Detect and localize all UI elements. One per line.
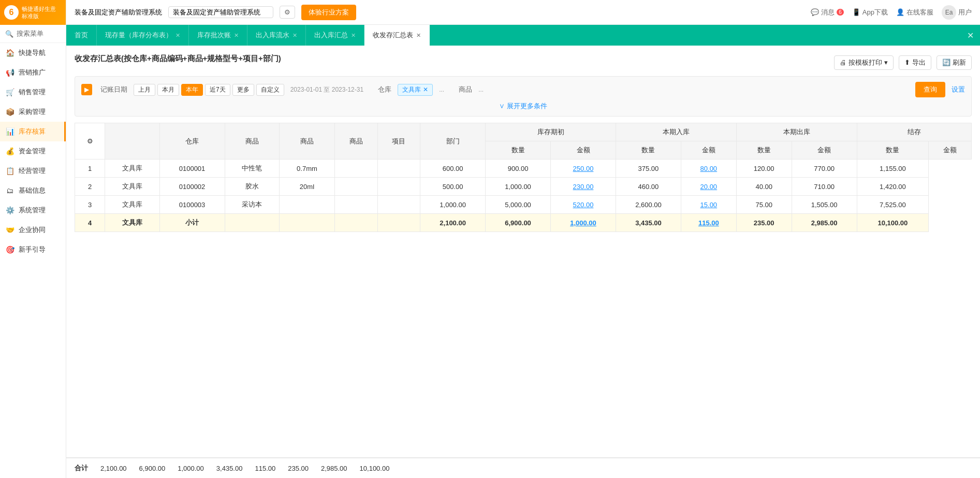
tab-home[interactable]: 首页: [66, 25, 97, 46]
date-filter-label: 记账日期: [100, 85, 127, 94]
sidebar-item-guide[interactable]: 🎯 新手引导: [0, 240, 66, 259]
notification-item[interactable]: 💬 消息 6: [811, 8, 844, 17]
filter-bar: ▶ 记账日期 上月 本月 本年 近7天 更多 自定义 2023-01-01 至 …: [75, 76, 972, 117]
tab-close-inout-flow[interactable]: ✕: [292, 32, 297, 39]
row3-out-qty[interactable]: 15.00: [681, 196, 736, 214]
export-icon: ⬆: [904, 59, 910, 66]
sidebar-item-quick-nav[interactable]: 🏠 快捷导航: [0, 43, 66, 63]
sidebar-item-operation[interactable]: 📋 经营管理: [0, 161, 66, 181]
expand-more-button[interactable]: ∨ 展开更多条件: [499, 102, 547, 111]
th-group-out: 本期出库: [736, 123, 857, 141]
row1-in-amt: 375.00: [616, 160, 681, 178]
table-settings-icon[interactable]: ⚙: [75, 123, 105, 160]
row3-close-qty: 1,505.00: [792, 196, 857, 214]
sidebar-item-marketing[interactable]: 📢 营销推广: [0, 63, 66, 82]
subtotal-open-amt: 6,900.00: [486, 214, 551, 232]
tab-close-receive-send[interactable]: ✕: [416, 32, 421, 39]
date-btn-custom[interactable]: 自定义: [256, 84, 284, 96]
sidebar-item-inventory[interactable]: 📊 库存核算: [0, 122, 66, 141]
tab-close-inventory-dist[interactable]: ✕: [175, 32, 180, 39]
row2-spec: 20ml: [280, 178, 335, 196]
row3-warehouse: 文具库: [105, 196, 160, 214]
row3-in-amt: 2,600.00: [616, 196, 681, 214]
row1-in-qty[interactable]: 250.00: [551, 160, 616, 178]
warehouse-tag-close[interactable]: ✕: [423, 86, 428, 93]
row2-out-qty[interactable]: 20.00: [681, 178, 736, 196]
warehouse-tag[interactable]: 文具库 ✕: [398, 84, 433, 96]
filter-expand-button[interactable]: ▶: [81, 84, 92, 95]
row2-close-qty: 710.00: [792, 178, 857, 196]
subtotal-out-qty[interactable]: 115.00: [681, 214, 736, 232]
th-in-qty: 数量: [616, 141, 681, 160]
tab-receive-send[interactable]: 收发存汇总表 ✕: [364, 25, 430, 46]
row2-dept: [377, 178, 420, 196]
row2-warehouse: 文具库: [105, 178, 160, 196]
total-open-qty: 2,100.00: [100, 465, 127, 472]
refresh-button[interactable]: 🔄 刷新: [937, 55, 972, 70]
system-title: 装备及固定资产辅助管理系统: [75, 8, 162, 17]
tabbar: 首页 现存量（库存分布表） ✕ 库存批次账 ✕ 出入库流水 ✕ 出入库汇总 ✕ …: [66, 25, 980, 46]
sidebar-item-sales[interactable]: 🛒 销售管理: [0, 82, 66, 102]
goods-more[interactable]: ...: [478, 86, 484, 93]
row3-code: 0100003: [159, 196, 225, 214]
basic-icon: 🗂: [5, 186, 14, 195]
logo-icon: 6: [4, 5, 19, 20]
subtotal-row: 4 文具库 小计 2,100.00 6,900.00 1,000.00 3,43…: [75, 214, 972, 232]
goods-filter-label: 商品: [459, 85, 472, 94]
operation-icon: 📋: [5, 166, 14, 176]
date-range-display: 2023-01-01 至 2023-12-31: [290, 85, 363, 94]
row1-close-qty: 770.00: [792, 160, 857, 178]
row1-out-qty[interactable]: 80.00: [681, 160, 736, 178]
table-row: 2 文具库 0100002 胶水 20ml 500.00 1,000.00 23…: [75, 178, 972, 196]
app-download-item[interactable]: 📱 App下载: [852, 8, 888, 17]
topbar-settings-button[interactable]: ⚙: [280, 6, 295, 19]
tab-close-batch[interactable]: ✕: [234, 32, 239, 39]
tab-inout-summary[interactable]: 出入库汇总 ✕: [306, 25, 364, 46]
warehouse-more[interactable]: ...: [439, 86, 444, 93]
th-goods-spec: 商品: [334, 123, 377, 160]
th-department: 部门: [420, 123, 486, 160]
tab-inout-flow[interactable]: 出入库流水 ✕: [247, 25, 306, 46]
subtotal-in-qty[interactable]: 1,000.00: [551, 214, 616, 232]
user-item[interactable]: Ea 用户: [942, 5, 972, 20]
th-out-amt: 金额: [792, 141, 857, 160]
settings-link[interactable]: 设置: [952, 85, 965, 94]
topbar-left: 装备及固定资产辅助管理系统 装备及固定资产辅助管理系统 ⚙ 体验行业方案: [75, 5, 356, 20]
sidebar-item-finance[interactable]: 💰 资金管理: [0, 141, 66, 161]
date-btn-this-month[interactable]: 本月: [157, 84, 179, 96]
print-button[interactable]: 🖨 按模板打印 ▾: [834, 55, 894, 70]
sidebar-item-purchase[interactable]: 📦 采购管理: [0, 102, 66, 122]
sidebar-item-system[interactable]: ⚙️ 系统管理: [0, 200, 66, 220]
support-icon: 👤: [896, 8, 904, 16]
global-close-button[interactable]: ✕: [961, 31, 980, 40]
query-button[interactable]: 查询: [915, 82, 945, 97]
date-btn-last-month[interactable]: 上月: [134, 84, 155, 96]
export-button[interactable]: ⬆ 导出: [899, 55, 931, 70]
tab-close-inout-summary[interactable]: ✕: [351, 32, 356, 39]
tab-inventory-dist[interactable]: 现存量（库存分布表） ✕: [97, 25, 189, 46]
total-in-qty: 1,000.00: [178, 465, 204, 472]
trial-button[interactable]: 体验行业方案: [301, 5, 356, 20]
search-menu[interactable]: 🔍 搜索菜单: [0, 25, 66, 43]
date-btn-this-year[interactable]: 本年: [181, 84, 203, 96]
date-btn-7days[interactable]: 近7天: [205, 84, 230, 96]
row1-code: 0100001: [159, 160, 225, 178]
system-select[interactable]: 装备及固定资产辅助管理系统: [168, 6, 273, 18]
row3-spec: [280, 196, 335, 214]
row3-project: [334, 196, 377, 214]
sidebar-item-basic[interactable]: 🗂 基础信息: [0, 181, 66, 200]
total-close-amt: 10,100.00: [360, 465, 390, 472]
online-support-item[interactable]: 👤 在线客服: [896, 8, 933, 17]
row1-close-amt: 1,155.00: [857, 160, 929, 178]
tab-batch[interactable]: 库存批次账 ✕: [189, 25, 247, 46]
date-btn-more[interactable]: 更多: [232, 84, 254, 96]
sidebar-item-enterprise[interactable]: 🤝 企业协同: [0, 220, 66, 240]
row2-in-qty[interactable]: 230.00: [551, 178, 616, 196]
row2-close-amt: 1,420.00: [857, 178, 929, 196]
th-goods-code: 商品: [225, 123, 280, 160]
row3-open-amt: 5,000.00: [486, 196, 551, 214]
row3-in-qty[interactable]: 520.00: [551, 196, 616, 214]
row3-dept: [377, 196, 420, 214]
page-inner: 收发存汇总表(按仓库+商品编码+商品+规格型号+项目+部门) 🖨 按模板打印 ▾…: [66, 46, 980, 457]
notification-icon: 💬: [811, 8, 819, 16]
